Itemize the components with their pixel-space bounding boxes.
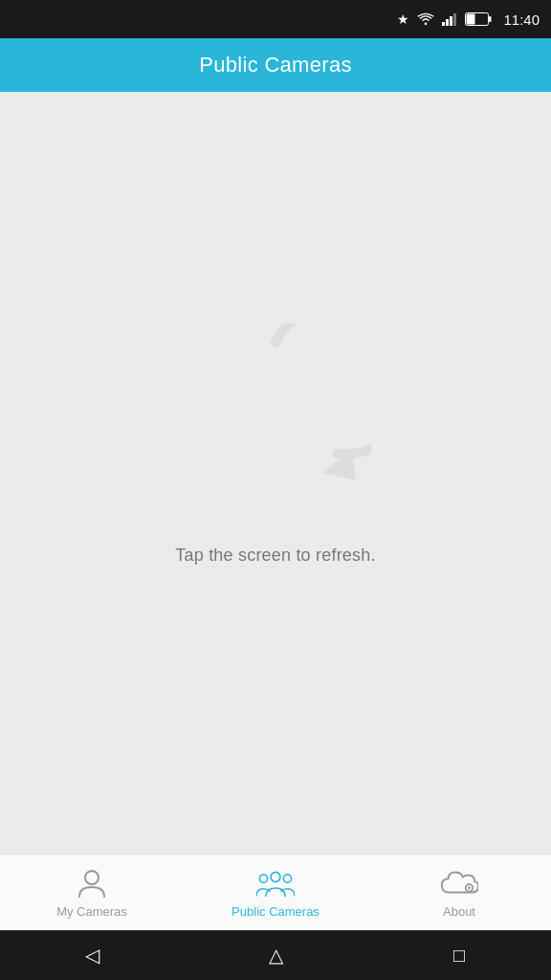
home-button[interactable]: △: [247, 936, 304, 974]
system-nav-bar: ◁ △ □: [0, 930, 551, 980]
recents-button[interactable]: □: [430, 936, 488, 974]
app-bar: Public Cameras: [0, 38, 551, 92]
main-content[interactable]: Tap the screen to refresh.: [0, 92, 551, 854]
refresh-icon: [180, 323, 371, 515]
star-icon: ★: [397, 11, 409, 27]
svg-point-10: [259, 875, 267, 882]
svg-rect-5: [467, 14, 475, 25]
signal-icon: [442, 12, 457, 26]
my-cameras-icon: [73, 866, 111, 901]
about-icon: [440, 866, 478, 901]
svg-point-9: [271, 872, 280, 881]
status-time: 11:40: [503, 11, 540, 28]
bottom-nav: My Cameras Public Cameras: [0, 854, 551, 930]
svg-point-11: [283, 875, 291, 882]
svg-rect-6: [489, 16, 492, 22]
svg-point-13: [468, 886, 471, 889]
tap-message: Tap the screen to refresh.: [175, 546, 375, 566]
svg-rect-2: [450, 16, 452, 26]
nav-label-public-cameras: Public Cameras: [231, 904, 320, 919]
svg-rect-0: [442, 22, 445, 26]
battery-icon: [465, 12, 492, 26]
back-button[interactable]: ◁: [63, 936, 121, 974]
nav-label-about: About: [443, 904, 475, 919]
nav-item-about[interactable]: About: [367, 855, 551, 930]
app-title: Public Cameras: [199, 53, 351, 78]
svg-rect-1: [446, 19, 449, 26]
svg-point-8: [85, 871, 99, 884]
nav-item-public-cameras[interactable]: Public Cameras: [184, 855, 367, 930]
status-bar: ★ 11:40: [0, 0, 551, 38]
nav-label-my-cameras: My Cameras: [56, 904, 127, 919]
public-cameras-icon: [256, 866, 295, 901]
nav-item-my-cameras[interactable]: My Cameras: [0, 855, 184, 930]
svg-rect-3: [453, 13, 456, 26]
wifi-icon: [417, 12, 434, 26]
